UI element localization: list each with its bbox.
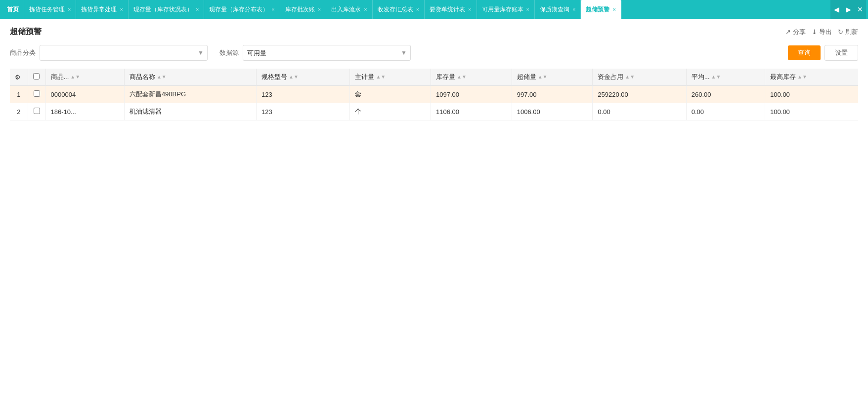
select-all-checkbox[interactable] [33, 73, 40, 79]
share-button[interactable]: ↗ 分享 [785, 28, 806, 37]
close-tab-abnormal[interactable]: × [120, 6, 123, 12]
top-nav: 首页 拣货任务管理 × 拣货异常处理 × 现存量（库存状况表） × 现存量（库存… [0, 0, 868, 19]
nav-tab-inventory-dist[interactable]: 现存量（库存分布表） × [204, 0, 280, 19]
sort-icon-avg: ▲▼ [711, 75, 721, 79]
sort-max[interactable]: 最高库存 ▲▼ [770, 73, 807, 81]
row-2-stock: 1106.00 [431, 103, 512, 120]
row-1-code: 0000004 [45, 86, 124, 103]
sort-icon-spec: ▲▼ [289, 75, 299, 79]
sort-stock[interactable]: 库存量 ▲▼ [436, 73, 467, 81]
data-table: ⚙ 商品... ▲▼ 商品名称 ▲▼ [10, 69, 858, 120]
sort-name[interactable]: 商品名称 ▲▼ [130, 73, 167, 81]
nav-arrow-close[interactable]: ✕ [854, 0, 866, 19]
sort-icon-code: ▲▼ [70, 75, 80, 79]
nav-arrow-right[interactable]: ▶ [842, 0, 854, 19]
th-checkbox [28, 69, 45, 86]
close-tab-inventory-dist[interactable]: × [271, 6, 274, 12]
th-unit: 主计量 ▲▼ [350, 69, 431, 86]
row-2-code: 186-10... [45, 103, 124, 120]
row-2-unit: 个 [350, 103, 431, 120]
category-select[interactable] [40, 45, 208, 61]
row-1-overstock: 997.00 [512, 86, 593, 103]
row-checkbox-1 [28, 86, 45, 103]
sort-icon-unit: ▲▼ [376, 75, 386, 79]
row-1-stock: 1097.00 [431, 86, 512, 103]
row-2-capital: 0.00 [593, 103, 686, 120]
filter-row: 商品分类 ▼ 数据源 可用量 ▼ 查询 设置 [10, 45, 858, 61]
th-max: 最高库存 ▲▼ [765, 69, 858, 86]
sort-icon-max: ▲▼ [797, 75, 807, 79]
refresh-icon: ↻ [838, 28, 843, 36]
close-tab-task[interactable]: × [68, 6, 71, 12]
sort-unit[interactable]: 主计量 ▲▼ [355, 73, 386, 81]
close-tab-avail-account[interactable]: × [526, 6, 529, 12]
query-button[interactable]: 查询 [788, 45, 821, 60]
row-2-avg: 0.00 [686, 103, 765, 120]
row-2-overstock: 1006.00 [512, 103, 593, 120]
nav-tab-batch[interactable]: 库存批次账 × [280, 0, 326, 19]
row-1-unit: 套 [350, 86, 431, 103]
nav-tab-order-stat[interactable]: 要货单统计表 × [425, 0, 477, 19]
row-1-spec: 123 [257, 86, 350, 103]
close-tab-batch[interactable]: × [318, 6, 321, 12]
nav-tab-task[interactable]: 拣货任务管理 × [24, 0, 76, 19]
sort-code[interactable]: 商品... ▲▼ [51, 73, 81, 81]
close-tab-inventory-status[interactable]: × [196, 6, 199, 12]
table-header-row: ⚙ 商品... ▲▼ 商品名称 ▲▼ [10, 69, 858, 86]
sort-overstock[interactable]: 超储量 ▲▼ [517, 73, 548, 81]
nav-tab-abnormal[interactable]: 拣货异常处理 × [76, 0, 128, 19]
th-capital: 资金占用 ▲▼ [593, 69, 686, 86]
nav-arrow-left[interactable]: ◀ [830, 0, 842, 19]
export-button[interactable]: ⤓ 导出 [812, 28, 832, 37]
datasource-select[interactable]: 可用量 [243, 45, 411, 61]
nav-tab-overstock[interactable]: 超储预警 × [581, 0, 621, 19]
row-2-checkbox[interactable] [34, 108, 40, 114]
sort-icon-stock: ▲▼ [457, 75, 467, 79]
close-tab-quality[interactable]: × [572, 6, 575, 12]
header-actions: ↗ 分享 ⤓ 导出 ↻ 刷新 [785, 28, 858, 37]
refresh-button[interactable]: ↻ 刷新 [838, 28, 858, 37]
close-tab-inout[interactable]: × [364, 6, 367, 12]
th-overstock: 超储量 ▲▼ [512, 69, 593, 86]
close-tab-order-stat[interactable]: × [468, 6, 471, 12]
nav-tab-inout[interactable]: 出入库流水 × [326, 0, 372, 19]
row-1-capital: 259220.00 [593, 86, 686, 103]
gear-icon[interactable]: ⚙ [15, 74, 21, 81]
nav-tab-recv[interactable]: 收发存汇总表 × [373, 0, 425, 19]
th-gear: ⚙ [10, 69, 28, 86]
row-1-avg: 260.00 [686, 86, 765, 103]
filter-datasource: 数据源 可用量 ▼ [219, 45, 411, 61]
close-tab-recv[interactable]: × [416, 6, 419, 12]
table-row: 1 0000004 六配套新昌490BPG 123 套 1097.00 997.… [10, 86, 858, 103]
filter-buttons: 查询 设置 [788, 45, 858, 61]
row-1-max: 100.00 [765, 86, 858, 103]
table-row: 2 186-10... 机油滤清器 123 个 1106.00 1006.00 … [10, 103, 858, 120]
sort-icon-capital: ▲▼ [625, 75, 635, 79]
row-2-max: 100.00 [765, 103, 858, 120]
nav-tab-avail-account[interactable]: 可用量库存账本 × [477, 0, 535, 19]
nav-arrows: ◀ ▶ ✕ [830, 0, 866, 19]
row-1-checkbox[interactable] [34, 90, 40, 97]
category-select-wrapper: ▼ [40, 45, 208, 61]
page-content: 超储预警 ↗ 分享 ⤓ 导出 ↻ 刷新 商品分类 ▼ [0, 19, 868, 395]
sort-capital[interactable]: 资金占用 ▲▼ [598, 73, 635, 81]
nav-tab-home[interactable]: 首页 [2, 0, 24, 19]
sort-icon-name: ▲▼ [157, 75, 167, 79]
close-tab-overstock[interactable]: × [612, 6, 615, 12]
set-button[interactable]: 设置 [825, 45, 858, 61]
th-code: 商品... ▲▼ [45, 69, 124, 86]
row-num-2: 2 [10, 103, 28, 120]
th-spec: 规格型号 ▲▼ [257, 69, 350, 86]
row-2-spec: 123 [257, 103, 350, 120]
nav-tab-quality[interactable]: 保质期查询 × [535, 0, 581, 19]
category-label: 商品分类 [10, 48, 36, 57]
datasource-label: 数据源 [219, 48, 239, 57]
sort-spec[interactable]: 规格型号 ▲▼ [261, 73, 299, 81]
datasource-select-wrapper: 可用量 ▼ [243, 45, 411, 61]
nav-tab-inventory-status[interactable]: 现存量（库存状况表） × [129, 0, 204, 19]
page-header: 超储预警 ↗ 分享 ⤓ 导出 ↻ 刷新 [10, 27, 858, 37]
share-icon: ↗ [785, 28, 791, 36]
th-name: 商品名称 ▲▼ [124, 69, 256, 86]
sort-avg[interactable]: 平均... ▲▼ [692, 73, 721, 81]
row-2-name: 机油滤清器 [124, 103, 256, 120]
